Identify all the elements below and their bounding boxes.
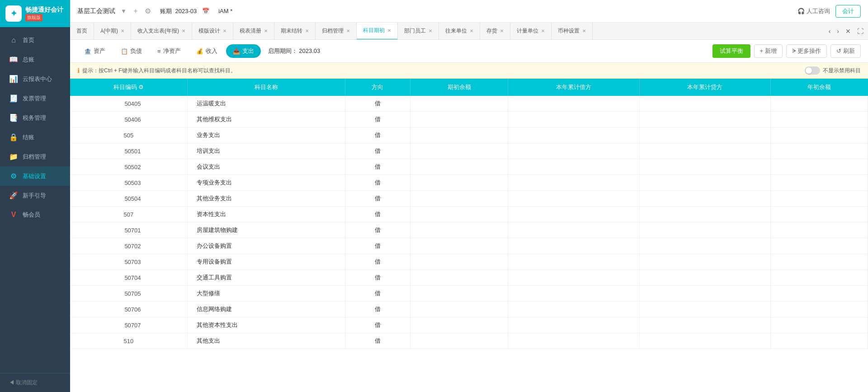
subtab-income[interactable]: 💰 收入 — [189, 44, 224, 58]
toggle-disabled[interactable]: 不显示禁用科目 — [805, 66, 861, 75]
cell-code: 50706 — [70, 302, 187, 317]
table-row[interactable]: 50406其他维权支出借 — [70, 112, 868, 128]
tab-close-subject-init[interactable]: ✕ — [387, 28, 391, 33]
subtab-liability[interactable]: 📋 负债 — [114, 44, 149, 58]
sidebar-item-invoice[interactable]: 🧾 发票管理 — [0, 89, 70, 108]
subtab-expense[interactable]: 📤 支出 — [226, 44, 261, 58]
more-button[interactable]: ᗒ 更多操作 — [786, 44, 827, 58]
sidebar-item-ledger[interactable]: 📖 总账 — [0, 50, 70, 69]
table-row[interactable]: 50405运温暖支出借 — [70, 96, 868, 112]
subtab-net-asset[interactable]: ≡ 净资产 — [151, 44, 188, 58]
cell-year-opening — [770, 143, 868, 159]
tab-scroll-right[interactable]: › — [834, 26, 842, 37]
cell-ytd-debit — [508, 128, 639, 143]
tab-inventory[interactable]: 存货 ✕ — [480, 23, 510, 40]
subtab-asset[interactable]: 🏦 资产 — [77, 44, 112, 58]
tab-close-period-end[interactable]: ✕ — [305, 28, 309, 33]
cell-opening-balance — [410, 302, 508, 317]
subject-table-container[interactable]: 科目编码 ⚙ 科目名称 方向 期初余额 本年累计借方 — [70, 79, 868, 392]
tab-dept[interactable]: 部门员工 ✕ — [398, 23, 439, 40]
tab-close-unit[interactable]: ✕ — [541, 28, 545, 33]
tab-close-income-year[interactable]: ✕ — [182, 28, 185, 33]
tab-close-balance-mid[interactable]: ✕ — [121, 28, 124, 33]
cell-name: 其他维权支出 — [187, 112, 345, 128]
tab-unit[interactable]: 计量单位 ✕ — [510, 23, 552, 40]
sidebar-item-member[interactable]: V 畅会员 — [0, 205, 70, 224]
tab-close-dept[interactable]: ✕ — [429, 28, 432, 33]
cell-name: 其他支出 — [187, 333, 345, 349]
cell-name: 会议支出 — [187, 159, 345, 175]
cell-direction: 借 — [345, 96, 410, 112]
calendar-icon[interactable]: 📅 — [202, 8, 209, 14]
cell-opening-balance — [410, 270, 508, 286]
sidebar-item-close[interactable]: 🔒 结账 — [0, 128, 70, 147]
cell-direction: 借 — [345, 286, 410, 302]
sidebar-item-report[interactable]: 📊 云报表中心 — [0, 69, 70, 89]
table-row[interactable]: 50706信息网络购建借 — [70, 302, 868, 317]
table-row[interactable]: 505业务支出借 — [70, 128, 868, 143]
account-button[interactable]: 会计 — [835, 5, 861, 18]
close-accounts-icon: 🔒 — [9, 133, 18, 142]
table-row[interactable]: 507资本性支出借 — [70, 207, 868, 222]
tab-period-end[interactable]: 期末结转 ✕ — [274, 23, 316, 40]
sidebar-collapse-button[interactable]: ◀ 取消固定 — [0, 373, 70, 392]
tab-close-tax[interactable]: ✕ — [264, 28, 268, 33]
cell-code: 50703 — [70, 254, 187, 270]
table-row[interactable]: 50504其他业务支出借 — [70, 191, 868, 207]
new-button[interactable]: + 新增 — [754, 44, 783, 58]
sidebar: ✦ 畅捷通好会计 旗舰版 ⌂ 首页 📖 总账 📊 云报表中心 🧾 发票管理 📑 … — [0, 0, 70, 392]
tab-template[interactable]: 模版设计 ✕ — [192, 23, 233, 40]
tab-tax[interactable]: 税表清册 ✕ — [233, 23, 274, 40]
tab-close-all[interactable]: ✕ — [843, 26, 854, 37]
tabbar: 首页 ⅄(中期) ✕ 收入支出表(年报) ✕ 模版设计 ✕ 税表清册 ✕ 期末结… — [70, 23, 868, 40]
refresh-button[interactable]: ↺ 刷新 — [830, 44, 861, 58]
cell-opening-balance — [410, 159, 508, 175]
company-dropdown-icon[interactable]: ▼ — [121, 8, 127, 14]
table-row[interactable]: 50502会议支出借 — [70, 159, 868, 175]
sidebar-item-home[interactable]: ⌂ 首页 — [0, 31, 70, 50]
cell-direction: 借 — [345, 317, 410, 333]
table-row[interactable]: 50707其他资本性支出借 — [70, 317, 868, 333]
tab-balance-mid[interactable]: ⅄(中期) ✕ — [94, 23, 131, 40]
app-logo-text: 畅捷通好会计 旗舰版 — [25, 6, 63, 22]
subtab-actions: 试算平衡 + 新增 ᗒ 更多操作 ↺ 刷新 — [712, 44, 861, 58]
tab-income-year[interactable]: 收入支出表(年报) ✕ — [131, 23, 192, 40]
table-row[interactable]: 50503专项业务支出借 — [70, 175, 868, 191]
tab-fullscreen[interactable]: ⛶ — [854, 26, 866, 37]
col-opening-balance: 期初余额 — [410, 79, 508, 96]
table-row[interactable]: 50705大型修缮借 — [70, 286, 868, 302]
tab-scroll-left[interactable]: ‹ — [826, 26, 834, 37]
tab-currency[interactable]: 币种设置 ✕ — [552, 23, 593, 40]
table-row[interactable]: 50703专用设备购置借 — [70, 254, 868, 270]
table-row[interactable]: 50501培训支出借 — [70, 143, 868, 159]
company-settings-icon[interactable]: ⚙ — [145, 7, 151, 15]
income-icon: 💰 — [196, 48, 203, 55]
table-row[interactable]: 50701房屋建筑物购建借 — [70, 222, 868, 238]
tab-close-template[interactable]: ✕ — [223, 28, 226, 33]
tab-close-currency[interactable]: ✕ — [582, 28, 586, 33]
table-row[interactable]: 50702办公设备购置借 — [70, 238, 868, 254]
tab-close-inventory[interactable]: ✕ — [500, 28, 504, 33]
tab-subject-init[interactable]: 科目期初 ✕ — [357, 23, 398, 40]
cell-year-opening — [770, 175, 868, 191]
sidebar-item-tax[interactable]: 📑 税务管理 — [0, 108, 70, 128]
service-button[interactable]: 🎧 人工咨询 — [797, 7, 830, 15]
add-company-button[interactable]: ＋ — [132, 6, 139, 16]
sidebar-item-guide[interactable]: 🚀 新手引导 — [0, 186, 70, 205]
sidebar-item-archive[interactable]: 📁 归档管理 — [0, 147, 70, 166]
table-row[interactable]: 50704交通工具购置借 — [70, 270, 868, 286]
tab-close-archive[interactable]: ✕ — [346, 28, 350, 33]
cell-opening-balance — [410, 254, 508, 270]
cell-code: 50504 — [70, 191, 187, 207]
cell-name: 业务支出 — [187, 128, 345, 143]
table-row[interactable]: 510其他支出借 — [70, 333, 868, 349]
cell-opening-balance — [410, 143, 508, 159]
tab-partner[interactable]: 往来单位 ✕ — [439, 23, 480, 40]
toggle-track[interactable] — [805, 66, 820, 75]
calculate-button[interactable]: 试算平衡 — [712, 44, 750, 58]
tab-home[interactable]: 首页 — [70, 23, 94, 40]
sidebar-item-settings[interactable]: ⚙ 基础设置 — [0, 166, 70, 186]
tab-archive[interactable]: 归档管理 ✕ — [316, 23, 357, 40]
cell-ytd-debit — [508, 286, 639, 302]
tab-close-partner[interactable]: ✕ — [470, 28, 473, 33]
